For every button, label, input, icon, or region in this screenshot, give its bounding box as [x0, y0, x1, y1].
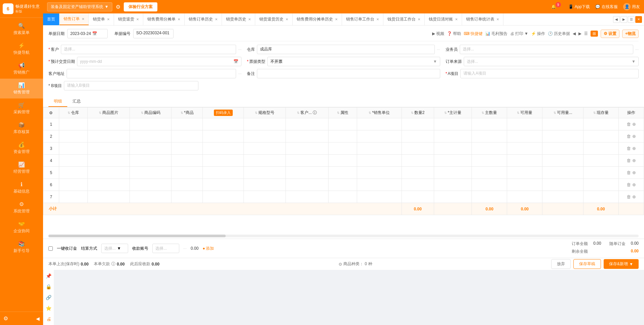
user-item[interactable]: 👤 用友 — [623, 3, 640, 10]
online-service-item[interactable]: 💬 在线客服 — [595, 4, 618, 10]
payment-method-select[interactable]: 选择... ▼ — [101, 244, 128, 253]
th-settings[interactable]: ⚙ — [43, 108, 59, 118]
tab-sales[interactable]: 销货单 ✕ — [89, 13, 114, 25]
sidebar-item-info[interactable]: ℹ 基础信息 — [0, 178, 43, 198]
tab-close-icon[interactable]: ✕ — [82, 17, 84, 21]
delete-icon[interactable]: 🗑 — [627, 122, 631, 127]
delete-icon[interactable]: 🗑 — [627, 134, 631, 139]
right-icon-1[interactable]: 📌 — [44, 271, 53, 281]
tab-close-icon[interactable]: ✕ — [455, 17, 458, 21]
order-source-input[interactable]: 选择... ▼ — [464, 57, 639, 66]
row-unit[interactable] — [357, 118, 402, 130]
tab-detail[interactable]: 明细 — [48, 96, 67, 107]
warehouse-input[interactable]: 成品库 — [257, 45, 434, 54]
copy-icon[interactable]: ⊕ — [632, 146, 636, 151]
row-available[interactable] — [507, 118, 542, 130]
preview-btn[interactable]: ▶ 视频 — [432, 31, 444, 37]
row-code[interactable] — [129, 118, 172, 130]
right-icon-3[interactable]: 🔗 — [44, 293, 53, 302]
row-warehouse[interactable] — [59, 118, 87, 130]
tab-close-icon[interactable]: ✕ — [136, 17, 139, 21]
settings-gear-icon[interactable]: ⚙ — [116, 4, 120, 10]
row-product[interactable] — [172, 118, 203, 130]
row-image[interactable] — [87, 118, 129, 130]
tab-order-history[interactable]: 销售订单历史 ✕ — [185, 13, 222, 25]
add-payment-btn[interactable]: ● 添加 — [202, 246, 214, 251]
sidebar-item-ops[interactable]: 📈 经营管理 — [0, 158, 43, 178]
sidebar-item-system[interactable]: ⚙ 系统管理 — [0, 198, 43, 217]
tab-menu-btn[interactable]: ☰ — [628, 16, 635, 23]
customer-input[interactable]: 选择... — [61, 45, 236, 54]
right-icon-2[interactable]: 🔒 — [44, 282, 53, 291]
no-input[interactable]: SO-20230324-001 — [133, 29, 174, 38]
sidebar-item-stock[interactable]: 📦 库存核算 — [0, 118, 43, 138]
sidebar-item-purchase[interactable]: 🛒 采购管理 — [0, 98, 43, 118]
row-qty2[interactable] — [402, 118, 434, 130]
row-main-unit[interactable] — [434, 118, 472, 130]
card-view-btn[interactable]: ⊞ — [591, 31, 598, 37]
system-selector[interactable]: 装备及固定资产辅助管理系统 ▼ — [47, 2, 112, 11]
tab-sales-return[interactable]: 销货退货 ✕ — [114, 13, 143, 25]
collapse-icon[interactable]: ◀ — [36, 316, 40, 321]
scan-btn[interactable]: 扫码录入 — [214, 110, 233, 116]
app-download-item[interactable]: 📱 App下载 — [568, 4, 590, 10]
a-project-input[interactable]: 请输入A项目 — [460, 69, 639, 78]
tab-next-btn[interactable]: ▶ — [620, 16, 627, 23]
sidebar-item-search[interactable]: 🔍 搜索菜单 — [0, 19, 43, 39]
operation-btn[interactable]: ⚡ 操作 — [531, 31, 545, 37]
discard-btn[interactable]: 放弃 — [551, 259, 571, 269]
profit-btn[interactable]: 📊 毛利预告 — [485, 31, 507, 37]
shortcut-btn[interactable]: ⌨ 快捷键 — [464, 31, 483, 37]
row-available2[interactable] — [542, 118, 583, 130]
save-new-dropdown-icon[interactable]: ▼ — [629, 262, 633, 267]
tab-order-stats[interactable]: 销售订单统计表 ✕ — [462, 13, 503, 25]
help-btn[interactable]: ❓ 帮助 — [447, 31, 461, 37]
save-draft-btn[interactable]: 保存草稿 — [573, 259, 601, 269]
scroll-thumb[interactable] — [48, 235, 226, 237]
settings-icon[interactable]: ⚙ — [3, 315, 8, 322]
tab-close-icon[interactable]: ✕ — [178, 17, 180, 21]
delete-icon[interactable]: 🗑 — [627, 170, 631, 175]
one-click-checkbox[interactable] — [48, 246, 53, 251]
copy-icon[interactable]: ⊕ — [632, 170, 636, 175]
add-material-btn[interactable]: +物流 — [622, 30, 639, 38]
delivery-input[interactable]: yyyy-mm-dd 📅 — [77, 57, 242, 66]
sidebar-item-coop[interactable]: 🤝 企业协同 — [0, 217, 43, 237]
addr-more-icon[interactable]: ··· — [238, 71, 241, 76]
tab-return-history[interactable]: 销货退货历史 ✕ — [255, 13, 293, 25]
industry-btn[interactable]: 体验行业方案 — [124, 2, 157, 11]
sidebar-item-marketing[interactable]: 📢 营销推广 — [0, 59, 43, 79]
row-warehouse[interactable] — [59, 130, 87, 143]
right-icon-5[interactable]: 🖨 — [44, 314, 53, 324]
invoice-select[interactable]: 不开票 ▼ — [267, 57, 440, 66]
tab-close-icon[interactable]: ✕ — [286, 17, 288, 21]
salesperson-more-icon[interactable]: ··· — [635, 47, 639, 52]
tab-sales-order[interactable]: 销售订单 ✕ — [60, 13, 89, 25]
b-project-input[interactable]: 请输入B项目 — [64, 81, 198, 90]
delete-icon[interactable]: 🗑 — [627, 194, 631, 199]
notes-input[interactable] — [257, 69, 440, 78]
tab-close-icon[interactable]: ✕ — [496, 17, 499, 21]
tab-daily-reconcile[interactable]: 钱货日清对账 ✕ — [425, 13, 462, 25]
account-more-icon[interactable]: ··· — [183, 246, 187, 251]
delete-icon[interactable]: 🗑 — [627, 146, 631, 151]
copy-icon[interactable]: ⊕ — [632, 158, 636, 163]
account-select[interactable]: 选择... — [152, 244, 179, 253]
history-btn[interactable]: 🕐 历史单据 — [548, 31, 570, 37]
settings-btn[interactable]: ⚙ 设置 — [601, 30, 619, 38]
delete-icon[interactable]: 🗑 — [627, 158, 631, 163]
notification-item[interactable]: 🔔 9 — [551, 4, 563, 9]
tab-expense-history[interactable]: 销售费用分摊单历史 ✕ — [293, 13, 342, 25]
customer-addr-input[interactable] — [67, 69, 236, 78]
list-view-btn[interactable]: ☰ — [584, 31, 588, 36]
right-icon-4[interactable]: ⭐ — [44, 303, 53, 313]
sidebar-item-nav[interactable]: ⚡ 快捷导航 — [0, 39, 43, 59]
date-input[interactable]: 2023-03-24 📅 — [67, 29, 108, 38]
row-spec[interactable] — [243, 118, 286, 130]
copy-icon[interactable]: ⊕ — [632, 134, 636, 139]
tab-close-icon[interactable]: ✕ — [215, 17, 218, 21]
row-current[interactable] — [583, 118, 618, 130]
sidebar-item-sales[interactable]: 📊 销售管理 — [0, 79, 43, 98]
tab-daily-workbench[interactable]: 钱货日清工作台 ✕ — [383, 13, 425, 25]
tab-order-workbench[interactable]: 销售订单工作台 ✕ — [342, 13, 383, 25]
